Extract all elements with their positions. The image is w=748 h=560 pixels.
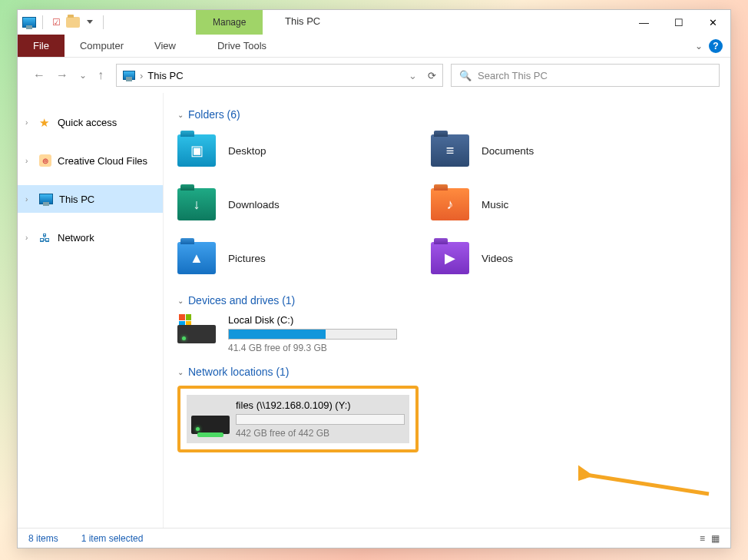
section-title: Folders (6) [188, 108, 240, 121]
downloads-icon: ↓ [177, 188, 216, 220]
help-icon[interactable]: ? [709, 39, 723, 53]
forward-button[interactable]: → [56, 68, 68, 82]
network-icon: 🖧 [39, 231, 51, 244]
section-title: Devices and drives (1) [188, 294, 295, 307]
highlight-annotation: files (\\192.168.0.109) (Y:) 442 GB free… [177, 386, 419, 452]
arrow-annotation [578, 456, 717, 502]
address-bar[interactable]: › This PC ⌄ ⟳ [116, 64, 443, 87]
pc-icon [39, 194, 53, 204]
sidebar-item-label: Creative Cloud Files [58, 155, 147, 167]
chevron-down-icon: ⌄ [177, 297, 184, 305]
sidebar-item-this-pc[interactable]: › This PC [18, 185, 163, 213]
drive-label: Local Disk (C:) [228, 314, 717, 326]
sidebar-item-quick-access[interactable]: › ★ Quick access [18, 108, 163, 136]
folder-documents[interactable]: ≡ Documents [431, 128, 661, 173]
sidebar-item-label: Quick access [58, 117, 117, 128]
body: › ★ Quick access › ⊚ Creative Cloud File… [18, 93, 730, 528]
navigation-pane: › ★ Quick access › ⊚ Creative Cloud File… [18, 93, 164, 528]
details-view-icon[interactable]: ≡ [700, 533, 705, 544]
expand-icon[interactable]: › [25, 118, 33, 127]
chevron-down-icon: ⌄ [177, 111, 184, 119]
sidebar-item-label: Network [58, 232, 94, 244]
explorer-window: ☑ Manage This PC — ☐ ✕ File Computer Vie… [17, 9, 731, 548]
folder-label: Downloads [228, 199, 280, 210]
section-folders-header[interactable]: ⌄ Folders (6) [177, 108, 717, 121]
breadcrumb-separator-icon: › [140, 70, 143, 81]
section-network-header[interactable]: ⌄ Network locations (1) [177, 366, 717, 378]
back-button[interactable]: ← [33, 68, 45, 82]
expand-icon[interactable]: › [25, 157, 33, 165]
folder-desktop[interactable]: ▣ Desktop [177, 128, 408, 173]
network-drive-icon [191, 405, 223, 434]
close-button[interactable]: ✕ [696, 10, 730, 35]
videos-icon: ▶ [431, 242, 469, 274]
folder-label: Desktop [228, 145, 266, 157]
folder-videos[interactable]: ▶ Videos [431, 236, 661, 280]
sidebar-item-network[interactable]: › 🖧 Network [18, 224, 163, 251]
folder-label: Videos [482, 253, 513, 264]
section-devices-header[interactable]: ⌄ Devices and drives (1) [177, 294, 717, 307]
network-drive-y[interactable]: files (\\192.168.0.109) (Y:) 442 GB free… [187, 395, 409, 443]
folder-label: Documents [482, 145, 534, 157]
window-title: This PC [285, 15, 320, 27]
address-dropdown-icon[interactable]: ⌄ [409, 70, 417, 81]
folder-downloads[interactable]: ↓ Downloads [177, 182, 408, 227]
desktop-icon: ▣ [177, 134, 216, 167]
chevron-down-icon: ⌄ [177, 368, 184, 376]
drive-label: files (\\192.168.0.109) (Y:) [236, 399, 405, 411]
tab-computer[interactable]: Computer [65, 35, 139, 57]
properties-icon[interactable]: ☑ [49, 15, 63, 29]
maximize-button[interactable]: ☐ [661, 10, 696, 35]
local-disk-c[interactable]: Local Disk (C:) 41.4 GB free of 99.3 GB [177, 314, 717, 353]
storage-bar [236, 414, 405, 425]
pc-icon [123, 71, 135, 80]
sidebar-item-label: This PC [59, 194, 94, 205]
music-icon: ♪ [431, 188, 469, 220]
system-icon[interactable] [22, 15, 36, 29]
folder-pictures[interactable]: ▲ Pictures [177, 236, 408, 280]
quick-access-toolbar: ☑ [18, 15, 107, 29]
search-icon: 🔍 [459, 70, 472, 81]
svg-line-0 [586, 475, 709, 494]
tab-drive-tools[interactable]: Drive Tools [202, 35, 282, 57]
separator [103, 15, 104, 29]
breadcrumb-this-pc[interactable]: This PC [147, 70, 183, 81]
ribbon-collapse-icon[interactable]: ⌄ [695, 41, 703, 51]
qat-dropdown-icon[interactable] [83, 15, 97, 29]
search-placeholder: Search This PC [478, 70, 548, 81]
folder-label: Pictures [228, 253, 266, 264]
status-item-count: 8 items [28, 533, 58, 544]
expand-icon[interactable]: › [25, 234, 33, 242]
sidebar-item-creative-cloud[interactable]: › ⊚ Creative Cloud Files [18, 147, 163, 174]
up-button[interactable]: ↑ [98, 68, 104, 82]
documents-icon: ≡ [431, 134, 469, 167]
new-folder-icon[interactable] [66, 15, 80, 29]
titlebar: ☑ Manage This PC — ☐ ✕ [18, 10, 730, 35]
folder-music[interactable]: ♪ Music [431, 182, 661, 227]
tab-file[interactable]: File [18, 35, 65, 57]
recent-locations-dropdown[interactable]: ⌄ [79, 70, 87, 81]
drive-icon [177, 314, 216, 343]
star-icon: ★ [39, 116, 51, 128]
expand-icon[interactable]: › [25, 195, 33, 204]
status-selection-count: 1 item selected [81, 533, 144, 544]
drive-free-text: 442 GB free of 442 GB [236, 428, 405, 439]
drive-free-text: 41.4 GB free of 99.3 GB [228, 343, 717, 353]
content-pane: ⌄ Folders (6) ▣ Desktop ≡ Documents ↓ Do… [164, 93, 730, 528]
ribbon-tabs: File Computer View Drive Tools ⌄ ? [18, 35, 730, 58]
window-buttons: — ☐ ✕ [627, 10, 730, 35]
thumbnails-view-icon[interactable]: ▦ [711, 533, 720, 544]
nav-bar: ← → ⌄ ↑ › This PC ⌄ ⟳ 🔍 Search This PC [18, 58, 730, 93]
creative-cloud-icon: ⊚ [39, 154, 51, 167]
tab-view[interactable]: View [139, 35, 191, 57]
search-box[interactable]: 🔍 Search This PC [451, 64, 720, 87]
folder-label: Music [482, 199, 508, 210]
storage-bar [228, 329, 397, 340]
section-title: Network locations (1) [188, 366, 290, 378]
refresh-button[interactable]: ⟳ [428, 70, 436, 81]
status-bar: 8 items 1 item selected ≡ ▦ [18, 528, 730, 548]
pictures-icon: ▲ [177, 242, 216, 274]
manage-contextual-tab[interactable]: Manage [196, 10, 263, 35]
minimize-button[interactable]: — [627, 10, 661, 35]
separator [42, 15, 43, 29]
